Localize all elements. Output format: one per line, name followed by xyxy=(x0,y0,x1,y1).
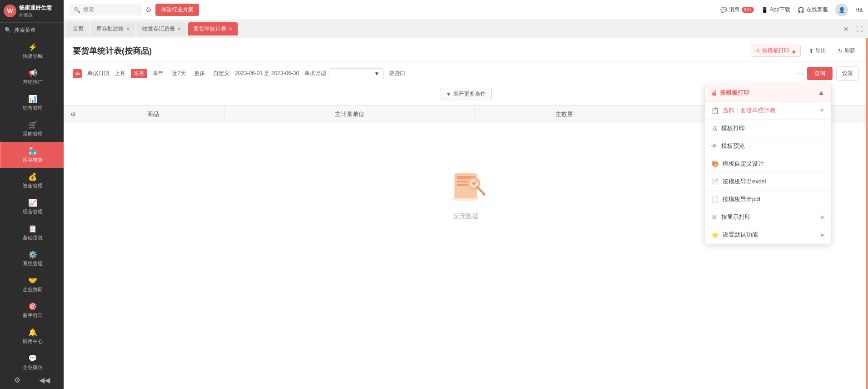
col-unit: 主计量单位 xyxy=(224,106,475,123)
template-preview-icon: 👁 xyxy=(711,142,718,150)
sidebar-item-system[interactable]: ⚙️系统管理 xyxy=(0,246,64,272)
sidebar-item-basic-info[interactable]: 📋基础信息 xyxy=(0,220,64,246)
finance-label: 资金管理 xyxy=(23,182,43,189)
dropdown-item-set-default[interactable]: ⭐ 设置默认功能 ▶ xyxy=(705,226,831,244)
sidebar-item-app-center[interactable]: 🔔应用中心 xyxy=(0,323,64,349)
empty-text: 暂无数据 xyxy=(453,212,479,221)
message-label: 消息 xyxy=(729,6,740,14)
sidebar-item-purchase[interactable]: 🛒采购管理 xyxy=(0,116,64,142)
filter-more-options[interactable]: ··· xyxy=(797,69,803,78)
date-option-more[interactable]: 更多 xyxy=(191,69,208,78)
sidebar-item-guide[interactable]: 🎯新手引导 xyxy=(0,298,64,323)
avatar[interactable]: 👤 xyxy=(835,4,848,16)
dropdown-title: 按模板打印 xyxy=(720,89,749,97)
template-export-pdf-icon: 📄 xyxy=(711,196,719,203)
sound-icon[interactable]: ◀◀ xyxy=(39,376,50,384)
resize-handle[interactable] xyxy=(866,38,868,389)
sidebar-item-wechat[interactable]: 💬企业微信 xyxy=(0,349,64,371)
query-btn[interactable]: 查询 xyxy=(807,67,833,80)
sidebar-item-enterprise[interactable]: 🤝企业协同 xyxy=(0,272,64,298)
basic-info-label: 基础信息 xyxy=(23,234,43,241)
trial-btn[interactable]: 体验行业方案 xyxy=(155,4,199,16)
close-window-btn[interactable]: ✕ xyxy=(842,24,851,35)
print-btn-arrow: ▲ xyxy=(791,48,797,54)
system-label: 系统管理 xyxy=(23,260,43,267)
app-tag: 标准版 xyxy=(19,12,52,18)
online-service-btn[interactable]: 🎧 在线客服 xyxy=(798,6,828,14)
dropdown-item-template-print-left: 🖨 模板打印 xyxy=(711,124,745,132)
display-print-icon: 🖥 xyxy=(711,213,718,221)
quick-nav-label: 快捷导航 xyxy=(23,53,43,60)
dropdown-item-template-preview-left: 👁 模板预览 xyxy=(711,142,745,150)
quick-nav-icon: ⚡ xyxy=(28,43,37,51)
sidebar-item-operation[interactable]: 📈经营管理 xyxy=(0,194,64,220)
export-btn[interactable]: ⬆ 导出 xyxy=(805,45,830,56)
headset-icon: 🎧 xyxy=(798,7,804,13)
bill-type-label: 单据类型 xyxy=(304,70,326,77)
dropdown-item-set-default-left: ⭐ 设置默认功能 xyxy=(711,231,758,239)
refresh-btn[interactable]: ↻ 刷新 xyxy=(834,45,859,56)
app-download-label: App下载 xyxy=(770,6,790,14)
settings-btn[interactable]: 设置 xyxy=(836,66,859,81)
dropdown-item-template-design[interactable]: 🎨 模板自定义设计 xyxy=(705,155,831,173)
system-icon: ⚙️ xyxy=(28,250,37,259)
bill-type-arrow: ▼ xyxy=(374,71,379,77)
search-menu[interactable]: 🔍 搜索菜单 xyxy=(0,23,64,38)
expand-more-btn[interactable]: ▼ 展开更多条件 xyxy=(440,88,492,100)
avatar-icon: 👤 xyxy=(838,7,845,13)
topbar-left: 🔍 搜索 ⚙ 体验行业方案 xyxy=(69,4,199,16)
logo-text: 畅康通好生意 标准版 xyxy=(19,5,52,18)
settings-icon[interactable]: ⚙ xyxy=(14,376,20,384)
tab-receipt-summary[interactable]: 收发存汇总表✕ xyxy=(137,22,186,35)
sidebar-item-finance[interactable]: 💰资金管理 xyxy=(0,168,64,194)
dropdown-item-template-design-left: 🎨 模板自定义设计 xyxy=(711,160,764,168)
dropdown-item-template-export-pdf[interactable]: 📄 按模板导出pdf xyxy=(705,191,831,208)
set-default-icon: ⭐ xyxy=(711,231,719,238)
date-option-last-month[interactable]: 上月 xyxy=(112,69,128,78)
expand-label: 展开更多条件 xyxy=(453,90,486,98)
sidebar-item-quick-nav[interactable]: ⚡快捷导航 xyxy=(0,38,64,64)
current-template-icon: 📋 xyxy=(711,107,719,114)
dropdown-item-template-export-excel[interactable]: 📄 按模板导出excel xyxy=(705,173,831,191)
bill-type-filter: 单据类型 ▼ xyxy=(304,68,384,79)
tab-receipt-summary-close[interactable]: ✕ xyxy=(177,26,181,31)
filter-actions: ··· 查询 设置 xyxy=(797,66,859,81)
tab-home[interactable]: 首页 xyxy=(67,22,89,35)
purchase-label: 采购管理 xyxy=(23,131,43,137)
date-option-this-year[interactable]: 本年 xyxy=(150,69,166,78)
filter-expand-btn[interactable]: ≫ xyxy=(73,69,82,78)
template-print-label: 模板打印 xyxy=(721,124,745,132)
dropdown-current-template[interactable]: 📋 当前：要货单统计表 ▼ xyxy=(705,102,831,120)
dropdown-item-display-print[interactable]: 🖥 按显示打印 ▶ xyxy=(705,208,831,226)
user-name: Rit xyxy=(855,6,863,13)
col-settings[interactable]: ⚙ xyxy=(64,106,82,123)
dropdown-item-template-print[interactable]: 🖨 模板打印 xyxy=(705,120,831,137)
date-option-7days[interactable]: 近7天 xyxy=(169,69,189,78)
sidebar-item-marketing[interactable]: 📢营销推广 xyxy=(0,64,64,90)
topbar-gear-icon[interactable]: ⚙ xyxy=(145,5,152,14)
col-goods: 商品 xyxy=(82,106,224,123)
printer-icon: 🖨 xyxy=(755,48,760,54)
print-template-btn[interactable]: 🖨 按模板打印 ▲ xyxy=(751,45,801,57)
tab-order-stats[interactable]: 要货单统计表✕ xyxy=(188,22,238,35)
template-export-excel-icon: 📄 xyxy=(711,178,719,185)
maximize-window-btn[interactable]: ⛶ xyxy=(854,24,864,35)
message-btn[interactable]: 💬 消息 99+ xyxy=(720,6,754,14)
toolbar-actions: 🖨 按模板打印 ▲ ⬆ 导出 ↻ 刷新 xyxy=(751,45,859,57)
dropdown-item-template-preview[interactable]: 👁 模板预览 xyxy=(705,137,831,155)
tab-order-stats-close[interactable]: ✕ xyxy=(229,26,232,31)
tab-order-stats-label: 要货单统计表 xyxy=(194,25,226,33)
date-option-this-month[interactable]: 本月 xyxy=(131,69,147,78)
sidebar-item-inventory[interactable]: 🏪库存核算 xyxy=(0,142,64,168)
tab-batch-account-close[interactable]: ✕ xyxy=(126,26,130,31)
tab-batch-account[interactable]: 库存批次账✕ xyxy=(91,22,135,35)
logo-icon: W xyxy=(4,5,16,17)
sidebar-item-sales[interactable]: 📊销售管理 xyxy=(0,90,64,116)
topbar-right: 💬 消息 99+ 📱 App下载 🎧 在线客服 👤 Rit xyxy=(720,4,863,16)
date-option-custom[interactable]: 自定义 xyxy=(210,69,232,78)
marketing-label: 营销推广 xyxy=(23,79,43,86)
app-download-btn[interactable]: 📱 App下载 xyxy=(761,6,790,14)
bill-type-select[interactable]: ▼ xyxy=(329,68,384,79)
global-search[interactable]: 🔍 搜索 xyxy=(69,4,142,15)
dropdown-close-btn[interactable]: ▲ xyxy=(818,89,825,97)
